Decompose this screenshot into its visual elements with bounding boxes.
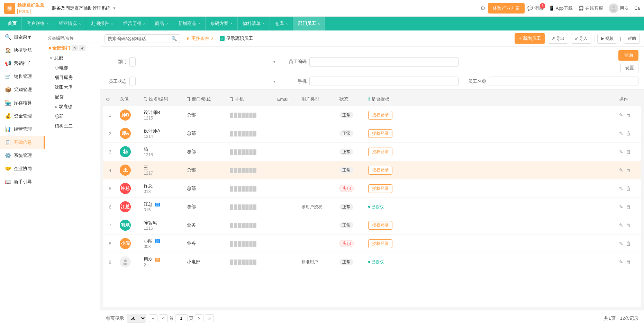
next-page-button[interactable]: >	[195, 314, 204, 322]
col-dept[interactable]: ⇅ 部门/职位	[184, 92, 227, 106]
show-resigned-checkbox[interactable]: ✓ 显示离职员工	[220, 35, 253, 42]
tree-node-project[interactable]: 项目库房	[45, 73, 100, 82]
delete-button[interactable]: 🗑	[626, 186, 631, 191]
tab-profit[interactable]: 利润报告 ×	[86, 17, 118, 30]
nav-guide[interactable]: 📖 新手引导	[0, 175, 45, 188]
tab-barcode[interactable]: 条码方案 ×	[206, 17, 238, 30]
tab-employees[interactable]: 部门员工 ×	[293, 17, 325, 30]
auth-button[interactable]: 授权登录	[368, 184, 392, 193]
col-name[interactable]: ⇅ 姓名/编码	[141, 92, 184, 106]
nav-inventory[interactable]: 🏪 库存核算	[0, 96, 45, 109]
delete-button[interactable]: 🗑	[626, 222, 631, 228]
delete-button[interactable]: 🗑	[626, 204, 631, 210]
online-service-button[interactable]: 🎧 在线客服	[578, 5, 603, 11]
title-arrow-icon[interactable]: ▾	[113, 6, 116, 11]
close-icon[interactable]: ×	[230, 22, 233, 26]
add-employee-button[interactable]: + 新增员工	[515, 33, 545, 44]
edit-button[interactable]: ✎	[619, 259, 623, 265]
nav-search-menu[interactable]: 🔍 搜索菜单	[0, 30, 45, 44]
tab-add-goods[interactable]: 新增商品 ×	[173, 17, 206, 30]
nav-shortcut[interactable]: 🏠 快捷导航	[0, 44, 45, 57]
nav-finance[interactable]: 💰 资金管理	[0, 109, 45, 123]
code-input[interactable]	[309, 57, 459, 67]
export-button[interactable]: ↗ 导出	[548, 34, 568, 44]
name-input[interactable]	[489, 77, 638, 86]
dept-select[interactable]	[129, 57, 136, 67]
tree-node-shuanglu[interactable]: ▶ 双鹿想	[45, 102, 100, 112]
tree-node-shenyang[interactable]: 沈阳大库	[45, 82, 100, 92]
close-icon[interactable]: ×	[198, 22, 200, 26]
search-icon[interactable]: 🔍	[171, 36, 177, 41]
search-button[interactable]: 查询	[618, 50, 638, 61]
close-icon[interactable]: ×	[318, 22, 320, 26]
search-input[interactable]	[108, 36, 170, 41]
tree-refresh-button[interactable]: ↻	[72, 45, 78, 51]
auth-button[interactable]: 授权登录	[368, 166, 392, 175]
reset-button[interactable]: 设置	[620, 63, 638, 73]
delete-button[interactable]: 🗑	[626, 112, 631, 118]
tab-operation[interactable]: 经营情况 ×	[54, 17, 86, 30]
close-icon[interactable]: ×	[47, 22, 49, 26]
auth-button[interactable]: 授权登录	[368, 129, 392, 138]
delete-button[interactable]: 🗑	[626, 131, 631, 136]
user-menu[interactable]: 用友	[609, 3, 629, 13]
phone-input[interactable]	[309, 77, 459, 86]
close-icon[interactable]: ×	[263, 22, 265, 26]
auth-button[interactable]: 授权登录	[368, 221, 392, 230]
page-size-select[interactable]: 50 20 100	[127, 314, 146, 323]
prev-page-button[interactable]: <	[159, 314, 168, 322]
nav-purchase[interactable]: 📦 采购管理	[0, 83, 45, 96]
delete-button[interactable]: 🗑	[626, 167, 631, 173]
trial-button[interactable]: 体验行业方案	[488, 3, 525, 14]
nav-marketing[interactable]: 📢 营销推广	[0, 57, 45, 70]
app-download-button[interactable]: 📱 App下载	[549, 5, 573, 11]
auth-button[interactable]: 授权登录	[368, 239, 392, 248]
close-icon[interactable]: ×	[143, 22, 145, 26]
status-select[interactable]	[129, 77, 136, 86]
auth-button[interactable]: 授权登录	[368, 148, 392, 156]
tree-node-distribution[interactable]: 配货	[45, 92, 100, 102]
tree-node-planting[interactable]: 植树王二	[45, 121, 100, 131]
nav-system[interactable]: ⚙️ 系统管理	[0, 149, 45, 162]
edit-button[interactable]: ✎	[619, 149, 623, 155]
delete-button[interactable]: 🗑	[626, 149, 631, 155]
tab-bom[interactable]: 物料清单 ×	[238, 17, 270, 30]
tree-node-hq2[interactable]: 总部	[45, 112, 100, 121]
edit-button[interactable]: ✎	[619, 204, 623, 210]
dept-search-input[interactable]	[48, 36, 100, 41]
tab-goods[interactable]: 商品 ×	[150, 17, 173, 30]
page-number-input[interactable]	[175, 314, 188, 322]
tree-collapse-button[interactable]: ≪	[79, 45, 85, 51]
tree-node-hq[interactable]: ▼ 总部	[45, 53, 100, 63]
tab-warehouse[interactable]: 仓库 ×	[270, 17, 293, 30]
col-phone[interactable]: ⇅ 手机	[227, 92, 274, 106]
video-button[interactable]: ▶ 视频	[597, 34, 617, 44]
all-depts-label[interactable]: ■ 全部部门	[48, 45, 70, 51]
col-settings[interactable]: ⚙	[103, 92, 117, 106]
edit-button[interactable]: ✎	[619, 112, 623, 118]
edit-button[interactable]: ✎	[619, 186, 623, 191]
edit-button[interactable]: ✎	[619, 131, 623, 136]
more-filter-button[interactable]: ▼ 更多条件 ∧	[183, 34, 217, 43]
nav-corp[interactable]: 🤝 企业协同	[0, 162, 45, 175]
close-icon[interactable]: ×	[166, 22, 168, 26]
delete-button[interactable]: 🗑	[626, 259, 631, 265]
settings-icon[interactable]: ⚙	[480, 5, 485, 11]
edit-button[interactable]: ✎	[619, 167, 623, 173]
first-page-button[interactable]: «	[149, 314, 157, 322]
close-icon[interactable]: ×	[79, 22, 81, 26]
last-page-button[interactable]: »	[205, 314, 214, 322]
message-button[interactable]: 💬 消息 6	[527, 5, 543, 11]
edit-button[interactable]: ✎	[619, 222, 623, 228]
nav-operation-mgmt[interactable]: 📊 经营管理	[0, 123, 45, 136]
tree-node-xiaodiandu[interactable]: 小电部	[45, 63, 100, 73]
auth-button[interactable]: 授权登录	[368, 111, 392, 120]
nav-sales[interactable]: 🛒 销售管理	[0, 70, 45, 83]
tab-journey[interactable]: 经营历程 ×	[118, 17, 151, 30]
tab-home[interactable]: 首页	[3, 17, 22, 30]
close-icon[interactable]: ×	[286, 22, 288, 26]
tab-customer[interactable]: 客户联络 ×	[22, 17, 54, 30]
delete-button[interactable]: 🗑	[626, 241, 631, 246]
import-button[interactable]: ↙ 导入	[571, 34, 591, 44]
close-icon[interactable]: ×	[111, 22, 113, 26]
